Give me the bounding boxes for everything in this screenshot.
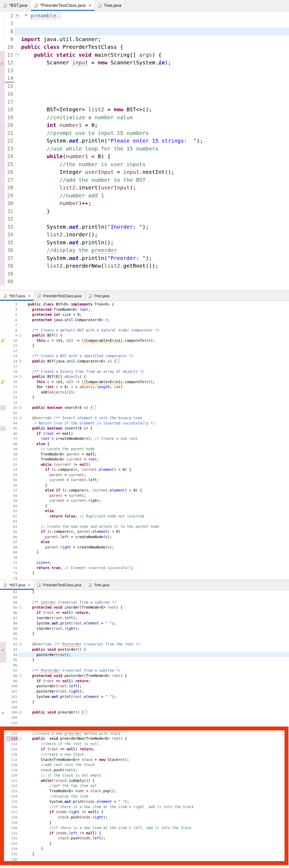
line-number[interactable]: 63 <box>6 519 18 524</box>
line-number[interactable]: 82 <box>6 589 18 595</box>
code-text[interactable] <box>23 519 289 524</box>
line-number[interactable]: 13 <box>6 353 18 359</box>
collapse-icon[interactable]: − <box>19 416 22 420</box>
fold-column[interactable]: − <box>18 415 23 421</box>
collapse-icon[interactable]: − <box>19 674 22 678</box>
code-text[interactable]: else <box>23 539 289 545</box>
code-text[interactable]: import java.util.Scanner; <box>20 35 289 43</box>
code-text[interactable]: } <box>23 700 289 705</box>
line-number[interactable]: 24 <box>4 153 14 161</box>
tab-Tree.java[interactable]: JTree.java <box>95 0 125 11</box>
code-text[interactable]: return true; // Element inserted success… <box>23 565 289 571</box>
line-number[interactable]: 95 <box>6 657 18 663</box>
line-number[interactable]: 39 <box>4 270 14 278</box>
code-text[interactable]: else if (c.compare(e, current.element) >… <box>23 488 289 493</box>
code-text[interactable]: //display the preorder <box>20 246 289 254</box>
line-number[interactable]: 49 <box>6 446 18 452</box>
line-number[interactable]: 65 <box>6 529 18 534</box>
code-text[interactable]: //create a new Stack <box>23 752 289 757</box>
fold-column[interactable]: − <box>18 605 23 610</box>
code-text[interactable] <box>23 726 289 731</box>
code-text[interactable] <box>23 348 289 354</box>
code-text[interactable]: //the number is user inputs <box>20 161 289 168</box>
tab-BST.java[interactable]: J*BST.java <box>0 0 31 11</box>
code-text[interactable]: @Override /** Insert element e into the … <box>23 415 289 421</box>
line-number[interactable]: 99 <box>6 679 18 684</box>
code-text[interactable] <box>23 857 289 862</box>
code-text[interactable] <box>20 98 289 106</box>
line-number[interactable]: 114 <box>6 741 18 747</box>
line-number[interactable]: 9 <box>4 35 14 43</box>
fold-column[interactable]: − <box>14 51 20 59</box>
line-number[interactable]: 5 <box>6 312 18 317</box>
gutter-marker[interactable] <box>0 338 6 343</box>
line-number[interactable]: 44 <box>6 421 18 426</box>
fold-column[interactable]: + <box>18 710 23 715</box>
code-text[interactable]: // Create the new node and attach it to … <box>23 524 289 529</box>
code-text[interactable]: if (root == null) <box>23 431 289 436</box>
line-number[interactable]: 91 <box>6 637 18 642</box>
code-text[interactable]: this.c = (e1, e2) -> ((Comparable<E>)e1)… <box>23 338 289 343</box>
line-number[interactable]: 61 <box>6 508 18 514</box>
line-number[interactable]: 27 <box>4 176 14 184</box>
collapse-icon[interactable]: − <box>19 606 22 609</box>
line-number[interactable]: 53 <box>6 467 18 472</box>
gutter-marker[interactable] <box>0 59 4 67</box>
line-number[interactable]: 10 <box>6 338 18 343</box>
code-text[interactable] <box>23 555 289 560</box>
line-number[interactable]: 22 <box>4 137 14 145</box>
line-number[interactable]: 134 <box>6 846 18 851</box>
code-text[interactable]: public void preorderNew(TreeNode<E> root… <box>23 736 289 741</box>
line-number[interactable]: 67 <box>6 539 18 545</box>
line-number[interactable]: 100 <box>6 684 18 689</box>
code-text[interactable]: parent.right = createNewNode(e); <box>23 545 289 550</box>
line-number[interactable]: 72 <box>6 565 18 571</box>
line-number[interactable]: 30 <box>4 199 14 208</box>
code-text[interactable] <box>23 595 289 600</box>
collapse-icon[interactable]: − <box>19 334 22 337</box>
code-text[interactable]: //number add 1 <box>20 192 289 200</box>
line-number[interactable]: 56 <box>6 483 18 488</box>
code-text[interactable]: return false; // Duplicate node not inse… <box>23 514 289 519</box>
line-number[interactable]: 55 <box>6 477 18 483</box>
code-text[interactable]: if (root == null) return; <box>23 610 289 616</box>
line-number[interactable]: 46 <box>6 431 18 436</box>
line-number[interactable]: 12 <box>6 348 18 354</box>
code-text[interactable]: protected int size = 0; <box>23 312 289 317</box>
line-number[interactable]: 73 <box>6 570 18 576</box>
code-text[interactable]: number1++; <box>20 199 289 208</box>
code-text[interactable] <box>23 715 289 720</box>
line-number[interactable]: 16 <box>4 90 14 98</box>
line-number[interactable]: 87 <box>6 616 18 621</box>
line-number[interactable]: 98 <box>6 673 18 679</box>
line-number[interactable]: 3 <box>6 302 18 307</box>
line-number[interactable]: 118 <box>6 762 18 768</box>
line-number[interactable]: 58 <box>6 493 18 498</box>
code-text[interactable]: public void preorder() { <box>23 710 289 715</box>
code-text[interactable]: } <box>23 657 289 663</box>
line-number[interactable]: 137 <box>6 862 18 867</box>
line-number[interactable]: 59 <box>6 498 18 503</box>
editor-area[interactable]: 2+ * preamble789import java.util.Scanner… <box>0 11 289 292</box>
collapsed-code-box[interactable] <box>117 359 120 363</box>
line-number[interactable]: 8 <box>4 28 14 35</box>
editor-area[interactable]: 3 public class BST<E> implements Tree<E>… <box>0 301 289 581</box>
line-number[interactable]: 110 <box>6 720 18 726</box>
expand-icon[interactable]: + <box>15 13 20 18</box>
line-number[interactable]: 89 <box>6 626 18 631</box>
code-text[interactable]: System.out.print(root.element + " "); <box>23 694 289 700</box>
code-text[interactable]: /** Create a BST with a specified compar… <box>23 353 289 359</box>
collapse-icon[interactable]: − <box>15 53 20 58</box>
line-number[interactable]: 42 <box>6 410 18 416</box>
code-text[interactable] <box>20 90 289 98</box>
code-text[interactable] <box>20 74 289 83</box>
code-text[interactable]: public BST(E[] objects) { <box>23 374 289 379</box>
line-number[interactable]: 116 <box>6 752 18 757</box>
line-number[interactable]: 124 <box>6 794 18 799</box>
code-text[interactable]: list2.inorder(); <box>20 231 289 239</box>
line-number[interactable]: 4 <box>6 307 18 312</box>
line-number[interactable]: 97 <box>6 668 18 673</box>
line-number[interactable]: 7 <box>6 322 18 328</box>
line-number[interactable]: 6 <box>6 317 18 323</box>
line-number[interactable]: 14 <box>6 359 18 364</box>
